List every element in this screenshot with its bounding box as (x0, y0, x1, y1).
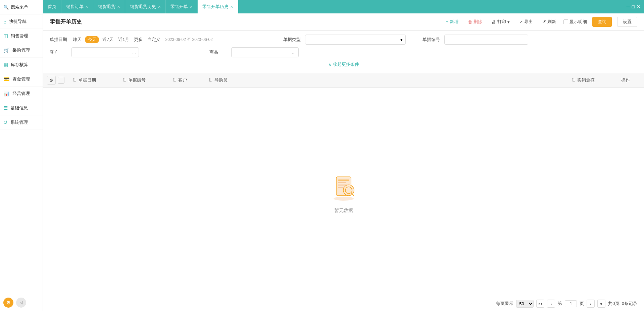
goods-input[interactable] (234, 50, 291, 55)
gear-button[interactable]: ⚙ (3, 298, 13, 308)
data-table: ⚙ ⇅ 单据日期 ⇅ 单据编号 ⇅ (43, 73, 644, 88)
window-close-icon[interactable]: ✕ (637, 4, 641, 9)
print-button[interactable]: 🖨 打印 ▾ (490, 17, 512, 26)
sidebar-item-label: 经营管理 (12, 91, 30, 97)
sidebar-search-label: 搜索采单 (11, 4, 28, 10)
collapse-more-btn[interactable]: ∧ 收起更多条件 (50, 60, 637, 69)
page-suffix-label: 页 (580, 301, 584, 307)
refresh-button[interactable]: ↺ 刷新 (540, 17, 558, 26)
top-right-toolbar: + 新增 🗑 删除 🖨 打印 ▾ ↗ 导出 ↺ 刷新 显示明细 查 (444, 17, 637, 27)
empty-illustration (327, 170, 360, 204)
last-page-button[interactable]: ⏭ (597, 300, 605, 308)
sidebar-item-operations[interactable]: 📊 经营管理 (0, 87, 43, 101)
tab-sales-return[interactable]: 销货退货 ✕ (93, 0, 125, 13)
tab-sales-order-label: 销售订单 (66, 4, 84, 10)
purchase-icon: 🛒 (3, 47, 10, 53)
date-shortcuts: 昨天 今天 近7天 近1月 更多 自定义 (71, 36, 162, 43)
tab-retail-open[interactable]: 零售开单 ✕ (166, 0, 198, 13)
shortcut-custom[interactable]: 自定义 (146, 36, 162, 43)
col-header-no: ⇅ 单据编号 (118, 73, 168, 88)
col-header-action: 操作 (617, 73, 644, 88)
tab-sales-return-history[interactable]: 销货退货历史 ✕ (125, 0, 166, 13)
sort-icon-no[interactable]: ⇅ (122, 77, 126, 83)
finance-icon: 💳 (3, 76, 10, 82)
add-button[interactable]: + 新增 (444, 17, 460, 26)
page-prefix-label: 第 (558, 301, 562, 307)
shortcut-last7days[interactable]: 近7天 (101, 36, 115, 43)
sidebar-item-quick-nav[interactable]: ⌂ 快捷导航 (0, 14, 43, 29)
col-header-date: ⇅ 单据日期 (68, 73, 118, 88)
svg-rect-3 (338, 182, 346, 183)
shortcut-yesterday[interactable]: 昨天 (71, 36, 83, 43)
select-all-checkbox[interactable] (58, 77, 64, 84)
query-button[interactable]: 查询 (592, 17, 612, 27)
show-detail-toggle[interactable]: 显示明细 (563, 19, 587, 25)
bill-type-select[interactable]: ▾ (305, 35, 406, 45)
sort-icon-amount[interactable]: ⇅ (572, 77, 575, 83)
sidebar-item-base-info[interactable]: ☰ 基础信息 (0, 101, 43, 115)
tab-retail-open-history[interactable]: 零售开单历史 ✕ (198, 0, 238, 13)
next-page-button[interactable]: › (587, 300, 595, 308)
window-maximize-icon[interactable]: □ (632, 4, 635, 9)
print-icon: 🖨 (492, 19, 496, 24)
table-settings-icon[interactable]: ⚙ (47, 76, 56, 85)
tab-home[interactable]: 首页 (43, 0, 61, 13)
page-title: 零售开单历史 (50, 18, 82, 25)
empty-state: 暂无数据 (43, 88, 644, 296)
tab-retail-open-close[interactable]: ✕ (190, 5, 193, 9)
sort-icon-guide[interactable]: ⇅ (208, 77, 212, 83)
tab-sales-return-history-close[interactable]: ✕ (158, 5, 161, 9)
tab-sales-order[interactable]: 销售订单 ✕ (61, 0, 93, 13)
bill-no-input-wrap[interactable] (444, 35, 528, 45)
col-header-spacer (247, 73, 567, 88)
tabs-right: ─ □ ✕ (627, 4, 641, 9)
shortcut-today[interactable]: 今天 (85, 36, 99, 43)
print-dropdown-icon: ▾ (507, 19, 510, 24)
sidebar-item-system[interactable]: ↺ 系统管理 (0, 115, 43, 130)
sidebar-item-sales-mgmt[interactable]: ◫ 销售管理 (0, 29, 43, 43)
refresh-icon: ↺ (542, 19, 546, 24)
sidebar-item-label: 基础信息 (10, 105, 28, 111)
first-page-button[interactable]: ⏮ (536, 300, 544, 308)
customer-input[interactable] (75, 50, 131, 55)
sidebar-item-finance[interactable]: 💳 资金管理 (0, 72, 43, 87)
filter-row-customer: 客户 ... 商品 ... (50, 47, 637, 57)
settings-button[interactable]: 设置 (617, 17, 637, 27)
delete-button[interactable]: 🗑 删除 (466, 17, 484, 26)
tab-sales-return-close[interactable]: ✕ (117, 5, 120, 9)
tab-retail-open-history-label: 零售开单历史 (202, 4, 229, 10)
sidebar-item-inventory[interactable]: ▦ 库存核算 (0, 58, 43, 72)
date-range-display: 2023-06-02 至 2023-06-02 (165, 37, 212, 43)
sidebar-search[interactable]: 🔍 搜索采单 (0, 0, 43, 14)
sidebar-bottom: ⚙ ◁ (0, 294, 43, 311)
pagination: 每页显示 10 20 50 100 ⏮ ‹ 第 1 页 › ⏭ 共0页, 0条记… (43, 296, 644, 311)
per-page-label: 每页显示 (496, 301, 513, 307)
tab-retail-open-history-close[interactable]: ✕ (230, 5, 233, 9)
home-icon: ⌂ (3, 19, 6, 24)
window-minimize-icon[interactable]: ─ (627, 4, 630, 9)
filter-row-date: 单据日期 昨天 今天 近7天 近1月 更多 自定义 2023-06-02 至 2… (50, 35, 637, 45)
sidebar-item-label: 资金管理 (12, 76, 30, 82)
table-area: ⚙ ⇅ 单据日期 ⇅ 单据编号 ⇅ (43, 73, 644, 311)
sort-icon-customer[interactable]: ⇅ (172, 77, 176, 83)
col-header-guide: ⇅ 导购员 (204, 73, 247, 88)
export-button[interactable]: ↗ 导出 (517, 17, 535, 26)
sort-icon[interactable]: ⇅ (72, 77, 76, 83)
shortcut-last1month[interactable]: 近1月 (117, 36, 131, 43)
customer-input-wrap[interactable]: ... (71, 47, 139, 57)
prev-page-button[interactable]: ‹ (547, 300, 555, 308)
show-detail-checkbox[interactable] (563, 19, 568, 24)
page-number-input[interactable]: 1 (565, 300, 577, 307)
table-header-row: ⚙ ⇅ 单据日期 ⇅ 单据编号 ⇅ (43, 73, 644, 88)
sidebar-item-purchase-mgmt[interactable]: 🛒 采购管理 (0, 43, 43, 58)
shortcut-more[interactable]: 更多 (133, 36, 144, 43)
per-page-select[interactable]: 10 20 50 100 (516, 300, 534, 308)
goods-label: 商品 (209, 49, 228, 55)
goods-input-wrap[interactable]: ... (231, 47, 299, 57)
col-header-amount: ⇅ 实销金额 (567, 73, 617, 88)
goods-dots: ... (292, 50, 296, 55)
sidebar-item-label: 库存核算 (11, 62, 28, 68)
collapse-sidebar-button[interactable]: ◁ (16, 298, 26, 308)
tab-sales-order-close[interactable]: ✕ (85, 5, 88, 9)
base-info-icon: ☰ (3, 105, 8, 111)
